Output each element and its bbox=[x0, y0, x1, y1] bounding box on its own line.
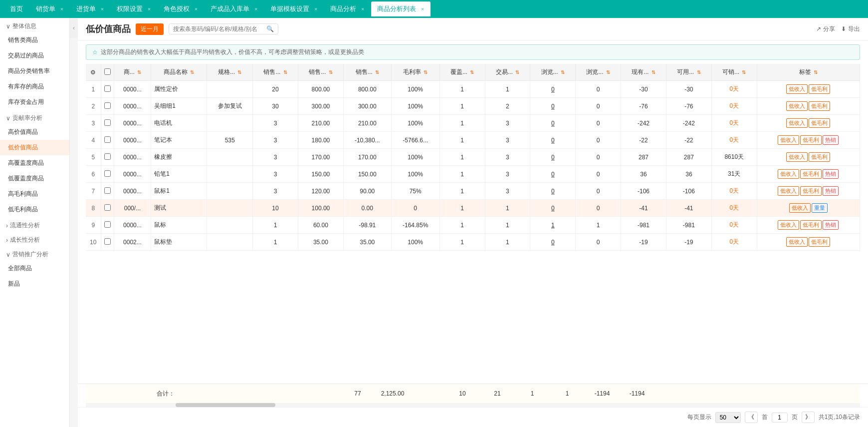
row-col7[interactable]: 1 bbox=[530, 217, 576, 234]
col-sales1[interactable]: 销售... ⇅ bbox=[253, 64, 298, 81]
col-name[interactable]: 商品名称 ⇅ bbox=[151, 64, 207, 81]
row-select-checkbox[interactable] bbox=[104, 170, 111, 177]
row-name[interactable]: 电话机 bbox=[151, 115, 207, 132]
col-transaction[interactable]: 交易... ⇅ bbox=[485, 64, 530, 81]
sidebar-group-marketing[interactable]: ∨营销推广分析 bbox=[0, 246, 69, 261]
search-icon[interactable]: 🔍 bbox=[266, 25, 274, 32]
row-name[interactable]: 橡皮擦 bbox=[151, 149, 207, 166]
row-checkbox[interactable] bbox=[101, 234, 114, 251]
col-checkbox[interactable] bbox=[101, 64, 114, 81]
col-available[interactable]: 可用... ⇅ bbox=[666, 64, 711, 81]
row-name[interactable]: 鼠标1 bbox=[151, 183, 207, 200]
row-name[interactable]: 属性定价 bbox=[151, 81, 207, 98]
nav-template[interactable]: 单据模板设置 × bbox=[264, 1, 323, 16]
select-all-checkbox[interactable] bbox=[104, 68, 111, 75]
sidebar-item-in-stock[interactable]: 有库存的商品 bbox=[0, 79, 69, 94]
row-select-checkbox[interactable] bbox=[104, 238, 111, 245]
first-page-btn[interactable]: 《 bbox=[745, 412, 758, 423]
row-checkbox[interactable] bbox=[101, 132, 114, 149]
col-code[interactable]: 商... ⇅ bbox=[114, 64, 151, 81]
col-browse2[interactable]: 浏览... ⇅ bbox=[576, 64, 621, 81]
row-select-checkbox[interactable] bbox=[104, 221, 111, 228]
table-row: 10 0002... 鼠标垫 1 35.00 35.00 100% 1 1 0 … bbox=[86, 234, 860, 251]
row-checkbox[interactable] bbox=[101, 166, 114, 183]
row-name[interactable]: 吴细细1 bbox=[151, 98, 207, 115]
sidebar-item-low-coverage[interactable]: 低覆盖度商品 bbox=[0, 171, 69, 186]
sidebar-item-low-margin[interactable]: 低毛利商品 bbox=[0, 202, 69, 217]
sidebar-item-category-rate[interactable]: 商品分类销售率 bbox=[0, 63, 69, 79]
row-col7[interactable]: 0 bbox=[530, 132, 576, 149]
row-checkbox[interactable] bbox=[101, 200, 114, 217]
row-checkbox[interactable] bbox=[101, 98, 114, 115]
nav-sales[interactable]: 销货单 × bbox=[30, 1, 69, 16]
col-tags[interactable]: 标签 ⇅ bbox=[757, 64, 860, 81]
sidebar-group-overall[interactable]: ∨整体信息 bbox=[0, 18, 69, 32]
sidebar-item-traded[interactable]: 交易过的商品 bbox=[0, 48, 69, 63]
sidebar-collapse-btn[interactable]: ‹ bbox=[70, 18, 78, 38]
row-select-checkbox[interactable] bbox=[104, 204, 111, 211]
row-col7[interactable]: 0 bbox=[530, 166, 576, 183]
nav-permissions[interactable]: 权限设置 × bbox=[111, 1, 157, 16]
row-select-checkbox[interactable] bbox=[104, 85, 111, 92]
share-btn[interactable]: ↗ 分享 bbox=[816, 25, 835, 33]
row-col1: 30 bbox=[253, 98, 298, 115]
nav-product-analysis-list[interactable]: 商品分析列表 × bbox=[371, 1, 430, 16]
col-current-stock[interactable]: 现有... ⇅ bbox=[621, 64, 666, 81]
row-col7[interactable]: 0 bbox=[530, 234, 576, 251]
sidebar-group-circulation[interactable]: ›流通性分析 bbox=[0, 217, 69, 232]
row-select-checkbox[interactable] bbox=[104, 102, 111, 109]
search-input[interactable] bbox=[173, 25, 263, 32]
row-col7[interactable]: 0 bbox=[530, 98, 576, 115]
row-select-checkbox[interactable] bbox=[104, 153, 111, 160]
sidebar-item-low-value[interactable]: 低价值商品 bbox=[0, 140, 69, 155]
per-page-select[interactable]: 50 100 200 bbox=[715, 412, 741, 423]
sidebar-item-high-value[interactable]: 高价值商品 bbox=[0, 124, 69, 140]
row-col7[interactable]: 0 bbox=[530, 183, 576, 200]
row-checkbox[interactable] bbox=[101, 183, 114, 200]
col-sales3[interactable]: 销售... ⇅ bbox=[343, 64, 391, 81]
row-name[interactable]: 铅笔1 bbox=[151, 166, 207, 183]
row-name[interactable]: 鼠标垫 bbox=[151, 234, 207, 251]
time-filter-btn[interactable]: 近一月 bbox=[136, 23, 164, 35]
row-select-checkbox[interactable] bbox=[104, 187, 111, 194]
sidebar-item-new-products[interactable]: 新品 bbox=[0, 276, 69, 292]
nav-home[interactable]: 首页 bbox=[4, 1, 29, 16]
sidebar-item-high-margin[interactable]: 高毛利商品 bbox=[0, 186, 69, 202]
row-col7[interactable]: 0 bbox=[530, 149, 576, 166]
row-checkbox[interactable] bbox=[101, 217, 114, 234]
nav-purchase[interactable]: 进货单 × bbox=[70, 1, 110, 16]
row-col1: 1 bbox=[253, 234, 298, 251]
row-col7[interactable]: 0 bbox=[530, 81, 576, 98]
sidebar-item-high-coverage[interactable]: 高覆盖度商品 bbox=[0, 155, 69, 171]
export-btn[interactable]: ⬇ 导出 bbox=[841, 25, 860, 33]
row-checkbox[interactable] bbox=[101, 149, 114, 166]
col-coverage[interactable]: 覆盖... ⇅ bbox=[439, 64, 485, 81]
nav-roles[interactable]: 角色授权 × bbox=[158, 1, 204, 16]
row-name[interactable]: 测试 bbox=[151, 200, 207, 217]
col-settings[interactable]: ⚙ bbox=[86, 64, 101, 81]
sidebar-item-all-products[interactable]: 全部商品 bbox=[0, 261, 69, 276]
last-page-btn[interactable]: 》 bbox=[802, 412, 815, 423]
row-select-checkbox[interactable] bbox=[104, 119, 111, 126]
col-sellable[interactable]: 可销... ⇅ bbox=[711, 64, 757, 81]
sidebar-group-growth[interactable]: ›成长性分析 bbox=[0, 232, 69, 246]
scrollbar-thumb[interactable] bbox=[176, 403, 275, 407]
row-checkbox[interactable] bbox=[101, 81, 114, 98]
row-name[interactable]: 笔记本 bbox=[151, 132, 207, 149]
row-name[interactable]: 鼠标 bbox=[151, 217, 207, 234]
scrollbar-row[interactable] bbox=[86, 403, 860, 407]
col-spec[interactable]: 规格... ⇅ bbox=[207, 64, 253, 81]
row-checkbox[interactable] bbox=[101, 115, 114, 132]
sidebar-item-capital[interactable]: 库存资金占用 bbox=[0, 94, 69, 110]
col-browse1[interactable]: 浏览... ⇅ bbox=[530, 64, 576, 81]
row-col7[interactable]: 0 bbox=[530, 115, 576, 132]
sidebar-item-sales-products[interactable]: 销售类商品 bbox=[0, 32, 69, 48]
row-select-checkbox[interactable] bbox=[104, 136, 111, 143]
col-margin[interactable]: 毛利率 ⇅ bbox=[391, 64, 439, 81]
col-sales2[interactable]: 销售... ⇅ bbox=[298, 64, 343, 81]
sidebar-group-contribution[interactable]: ∨贡献率分析 bbox=[0, 110, 69, 124]
nav-product-warehouse[interactable]: 产成品入库单 × bbox=[205, 1, 263, 16]
nav-product-analysis[interactable]: 商品分析 × bbox=[324, 1, 370, 16]
row-col7[interactable]: 0 bbox=[530, 200, 576, 217]
page-number-input[interactable] bbox=[772, 413, 788, 423]
